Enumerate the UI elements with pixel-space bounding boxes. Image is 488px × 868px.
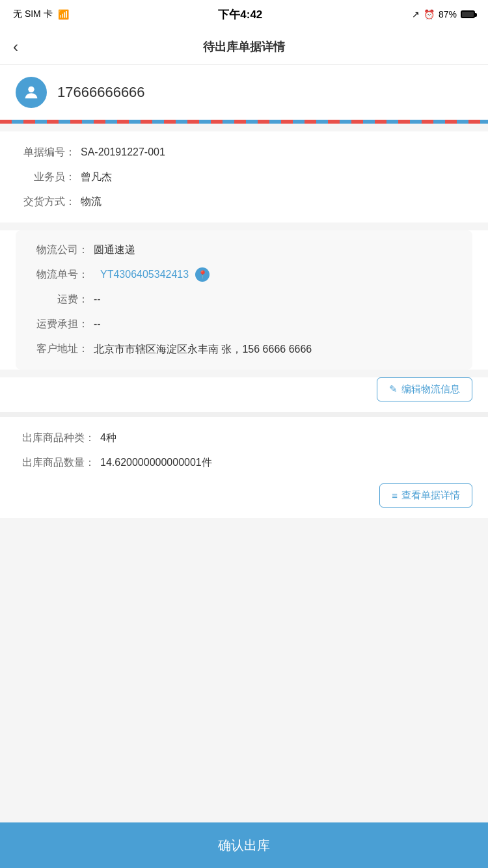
tracking-row: 物流单号： YT4306405342413 📍 — [29, 267, 459, 282]
view-detail-btn-container: ≡ 查看单据详情 — [0, 483, 488, 518]
back-button[interactable]: ‹ — [13, 38, 18, 56]
confirm-button[interactable]: 确认出库 — [0, 822, 488, 868]
location-icon[interactable]: 📍 — [195, 267, 210, 282]
category-value: 4种 — [100, 430, 472, 446]
dashed-divider — [0, 120, 488, 124]
freight-bearer-value: -- — [94, 316, 459, 332]
freight-row: 运费： -- — [29, 292, 459, 307]
wifi-icon: 📶 — [58, 9, 69, 20]
freight-bearer-label: 运费承担： — [29, 316, 94, 332]
bottom-spacer — [0, 518, 488, 635]
svg-point-0 — [28, 87, 34, 92]
customer-avatar — [16, 77, 47, 108]
edit-logistics-button[interactable]: ✎ 编辑物流信息 — [377, 377, 472, 401]
confirm-label: 确认出库 — [218, 837, 270, 854]
edit-icon: ✎ — [389, 383, 398, 395]
quantity-label: 出库商品数量： — [16, 455, 100, 470]
customer-header: 17666666666 — [0, 65, 488, 120]
address-row: 客户地址： 北京市市辖区海淀区永丰南 张，156 6666 6666 — [29, 341, 459, 358]
freight-value: -- — [94, 292, 459, 307]
customer-phone: 17666666666 — [57, 84, 145, 101]
sim-label: 无 SIM 卡 — [13, 8, 53, 20]
address-value: 北京市市辖区海淀区永丰南 张，156 6666 6666 — [94, 341, 459, 358]
delivery-label: 交货方式： — [16, 194, 81, 210]
logistics-company-label: 物流公司： — [29, 242, 94, 258]
delivery-row: 交货方式： 物流 — [16, 194, 472, 210]
order-number-row: 单据编号： SA-20191227-001 — [16, 144, 472, 160]
quantity-value: 14.620000000000001件 — [100, 455, 472, 470]
logistics-company-value: 圆通速递 — [94, 242, 459, 258]
order-number-label: 单据编号： — [16, 144, 81, 160]
edit-btn-container: ✎ 编辑物流信息 — [0, 377, 488, 412]
tracking-label: 物流单号： — [29, 267, 94, 282]
freight-bearer-row: 运费承担： -- — [29, 316, 459, 332]
location-icon: ↗ — [412, 9, 420, 20]
status-right: ↗ ⏰ 87% — [412, 9, 475, 20]
page-title: 待出库单据详情 — [203, 39, 285, 55]
quantity-row: 出库商品数量： 14.620000000000001件 — [16, 455, 472, 470]
battery-icon — [461, 10, 475, 18]
category-row: 出库商品种类： 4种 — [16, 430, 472, 446]
category-label: 出库商品种类： — [16, 430, 100, 446]
status-bar: 无 SIM 卡 📶 下午4:42 ↗ ⏰ 87% — [0, 0, 488, 29]
staff-label: 业务员： — [16, 169, 81, 185]
nav-bar: ‹ 待出库单据详情 — [0, 29, 488, 65]
tracking-value: YT4306405342413 — [100, 267, 189, 282]
battery-level: 87% — [439, 9, 457, 20]
summary-section: 出库商品种类： 4种 出库商品数量： 14.620000000000001件 — [0, 417, 488, 483]
logistics-wrapper: 物流公司： 圆通速递 物流单号： YT4306405342413 📍 运费： -… — [0, 230, 488, 370]
order-info-section: 单据编号： SA-20191227-001 业务员： 曾凡杰 交货方式： 物流 — [0, 131, 488, 223]
view-detail-button[interactable]: ≡ 查看单据详情 — [379, 483, 472, 508]
address-label: 客户地址： — [29, 341, 94, 357]
status-time: 下午4:42 — [218, 7, 262, 22]
detail-icon: ≡ — [392, 490, 398, 501]
staff-row: 业务员： 曾凡杰 — [16, 169, 472, 185]
staff-value: 曾凡杰 — [81, 169, 472, 185]
logistics-card: 物流公司： 圆通速递 物流单号： YT4306405342413 📍 运费： -… — [16, 230, 472, 370]
section-divider — [0, 412, 488, 417]
logistics-company-row: 物流公司： 圆通速递 — [29, 242, 459, 258]
order-number-value: SA-20191227-001 — [81, 144, 472, 160]
freight-label: 运费： — [29, 292, 94, 307]
view-detail-label: 查看单据详情 — [401, 489, 460, 502]
alarm-icon: ⏰ — [424, 9, 435, 20]
edit-logistics-label: 编辑物流信息 — [401, 383, 460, 396]
status-left: 无 SIM 卡 📶 — [13, 8, 69, 20]
delivery-value: 物流 — [81, 194, 472, 210]
